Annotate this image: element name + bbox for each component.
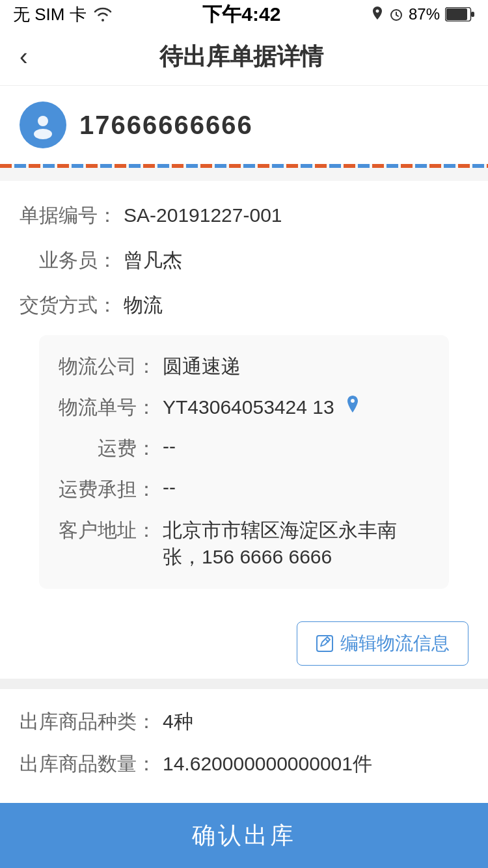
nav-bar: ‹ 待出库单据详情 (0, 29, 488, 86)
logistics-company-value: 圆通速递 (163, 353, 429, 380)
user-icon (29, 111, 57, 139)
section-divider-1 (0, 679, 488, 689)
product-quantity-row: 出库商品数量： 14.620000000000001件 (20, 751, 468, 778)
logistics-company-row: 物流公司： 圆通速递 (59, 353, 429, 380)
status-bar: 无 SIM 卡 下午4:42 87% (0, 0, 488, 29)
status-time: 下午4:42 (202, 1, 280, 28)
alarm-icon (389, 7, 403, 22)
logistics-company-label: 物流公司： (59, 353, 163, 380)
product-type-row: 出库商品种类： 4种 (20, 709, 468, 735)
document-number-row: 单据编号： SA-20191227-001 (20, 200, 468, 230)
page-title: 待出库单据详情 (41, 41, 442, 73)
svg-point-5 (34, 129, 52, 139)
tracking-location-icon (342, 394, 363, 420)
status-left: 无 SIM 卡 (13, 3, 113, 26)
back-button[interactable]: ‹ (20, 43, 28, 71)
delivery-row: 交货方式： 物流 (20, 290, 468, 319)
product-section: 出库商品种类： 4种 出库商品数量： 14.620000000000001件 (0, 689, 488, 813)
logistics-tracking-label: 物流单号： (59, 394, 163, 421)
carrier-text: 无 SIM 卡 (13, 3, 87, 26)
freight-bearer-value: -- (163, 476, 429, 498)
svg-rect-6 (317, 636, 332, 651)
product-quantity-value: 14.620000000000001件 (163, 751, 468, 778)
salesman-label: 业务员： (20, 245, 124, 275)
freight-value: -- (163, 435, 429, 457)
freight-bearer-label: 运费承担： (59, 476, 163, 503)
svg-point-4 (38, 116, 48, 126)
product-type-value: 4种 (163, 709, 468, 735)
logistics-tracking-row: 物流单号： YT43064053424 13 (59, 394, 429, 421)
svg-rect-2 (446, 8, 467, 20)
freight-bearer-row: 运费承担： -- (59, 476, 429, 503)
address-label: 客户地址： (59, 517, 163, 544)
salesman-row: 业务员： 曾凡杰 (20, 245, 468, 275)
document-info-section: 单据编号： SA-20191227-001 业务员： 曾凡杰 交货方式： 物流 … (0, 181, 488, 615)
edit-button-row: 编辑物流信息 (0, 615, 488, 679)
address-row: 客户地址： 北京市市辖区海淀区永丰南 张，156 6666 6666 (59, 517, 429, 571)
delivery-label: 交货方式： (20, 290, 124, 319)
freight-label: 运费： (59, 435, 163, 462)
customer-header: 17666666666 (0, 86, 488, 164)
freight-row: 运费： -- (59, 435, 429, 462)
status-right: 87% (371, 5, 475, 23)
edit-logistics-label: 编辑物流信息 (340, 631, 450, 656)
product-quantity-label: 出库商品数量： (20, 751, 163, 778)
confirm-button-label: 确认出库 (192, 820, 296, 852)
edit-icon (316, 634, 334, 653)
product-type-label: 出库商品种类： (20, 709, 163, 735)
confirm-bar[interactable]: 确认出库 (0, 803, 488, 868)
battery-text: 87% (409, 5, 440, 23)
customer-phone: 17666666666 (79, 111, 253, 140)
document-number-value: SA-20191227-001 (124, 200, 468, 230)
logistics-card: 物流公司： 圆通速递 物流单号： YT43064053424 13 运费： --… (39, 335, 449, 589)
location-active-icon (371, 7, 384, 22)
edit-logistics-button[interactable]: 编辑物流信息 (297, 621, 468, 666)
delivery-value: 物流 (124, 290, 468, 319)
address-value: 北京市市辖区海淀区永丰南 张，156 6666 6666 (163, 517, 429, 571)
wifi-icon (93, 7, 113, 21)
salesman-value: 曾凡杰 (124, 245, 468, 275)
document-number-label: 单据编号： (20, 200, 124, 230)
avatar (20, 102, 66, 148)
dashed-divider (0, 164, 488, 168)
logistics-tracking-value: YT43064053424 13 (163, 394, 429, 420)
svg-rect-3 (471, 12, 474, 17)
battery-icon (445, 7, 475, 21)
